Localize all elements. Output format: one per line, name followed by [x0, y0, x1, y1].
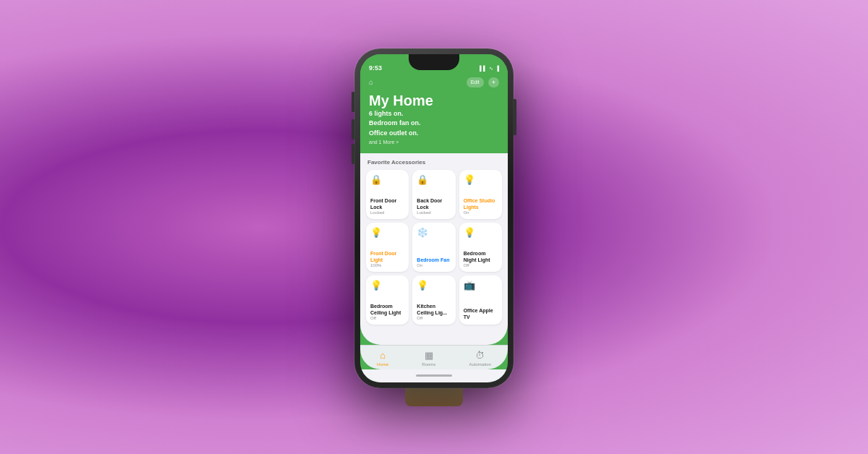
more-link[interactable]: and 1 More > — [369, 140, 499, 145]
status-line-1: 6 lights on. — [369, 109, 499, 119]
tile-name-back-door-lock: Back Door Lock — [417, 197, 451, 210]
tile-status-bedroom-ceiling-light: Off — [370, 316, 404, 320]
tile-status-front-door-lock: Locked — [370, 210, 404, 215]
tv-icon-office: 📺 — [464, 280, 498, 291]
tile-status-kitchen-ceiling-light: Off — [417, 316, 451, 320]
accessory-tile-front-door-lock[interactable]: 🔒 Front Door Lock Locked — [366, 170, 409, 219]
bulb-icon-office: 💡 — [464, 174, 498, 185]
home-indicator — [360, 369, 508, 382]
status-icons: ▌▌ ∿ ▐ — [480, 66, 499, 72]
notch — [409, 54, 459, 70]
accessory-tile-bedroom-ceiling-light[interactable]: 💡 Bedroom Ceiling Light Off — [366, 275, 409, 325]
header-buttons: Edit + — [467, 77, 499, 87]
home-indicator-bar — [416, 374, 452, 377]
accessory-tile-front-door-light[interactable]: 💡 Front Door Light 100% — [366, 223, 409, 272]
tile-name-bedroom-night-light: Bedroom Night Light — [464, 250, 498, 263]
accessory-tile-kitchen-ceiling-light[interactable]: 💡 Kitchen Ceiling Lig... Off — [412, 275, 455, 325]
tile-status-bedroom-fan: On — [417, 263, 451, 267]
signal-icon: ▌▌ — [480, 66, 487, 71]
home-tab-label: Home — [377, 362, 388, 367]
phone-screen: 9:53 ▌▌ ∿ ▐ ⌂ Edit + My Home — [360, 54, 508, 382]
bulb-icon-bedroom-night: 💡 — [464, 227, 498, 238]
bulb-icon-front-door: 💡 — [370, 227, 404, 238]
home-title: My Home — [369, 92, 499, 109]
tab-home[interactable]: ⌂ Home — [377, 350, 388, 367]
accessory-tile-bedroom-night-light[interactable]: 💡 Bedroom Night Light Off — [459, 223, 502, 272]
tile-name-bedroom-fan: Bedroom Fan — [417, 257, 451, 263]
header-nav: ⌂ Edit + — [369, 77, 499, 87]
accessories-grid: 🔒 Front Door Lock Locked 🔒 Back Door Loc… — [366, 170, 502, 325]
automation-tab-label: Automation — [469, 362, 491, 367]
tile-name-office-studio-lights: Office Studio Lights — [464, 197, 498, 210]
phone-outer: 9:53 ▌▌ ∿ ▐ ⌂ Edit + My Home — [354, 48, 514, 388]
add-button[interactable]: + — [488, 77, 499, 87]
tile-name-office-apple-tv: Office Apple TV — [464, 307, 498, 320]
header-area: ⌂ Edit + My Home 6 lights on. Bedroom fa… — [360, 74, 508, 154]
accessory-tile-office-studio-lights[interactable]: 💡 Office Studio Lights On — [459, 170, 502, 219]
wifi-icon: ∿ — [489, 66, 493, 72]
rooms-tab-label: Rooms — [422, 362, 435, 367]
accessory-tile-back-door-lock[interactable]: 🔒 Back Door Lock Locked — [412, 170, 455, 219]
tile-name-front-door-light: Front Door Light — [370, 250, 404, 263]
tile-status-office-studio-lights: On — [464, 210, 498, 215]
accessory-tile-bedroom-fan[interactable]: ❄️ Bedroom Fan On — [412, 223, 455, 272]
home-status: 6 lights on. Bedroom fan on. Office outl… — [369, 109, 499, 139]
status-line-2: Bedroom fan on. — [369, 119, 499, 129]
home-nav-icon[interactable]: ⌂ — [369, 78, 373, 86]
rooms-tab-icon: ▦ — [425, 350, 433, 361]
bulb-icon-bedroom-ceiling: 💡 — [370, 280, 404, 291]
edit-button[interactable]: Edit — [467, 77, 484, 87]
phone-stand: 9:53 ▌▌ ∿ ▐ ⌂ Edit + My Home — [354, 48, 514, 406]
accessory-tile-office-apple-tv[interactable]: 📺 Office Apple TV — [459, 275, 502, 325]
lock-icon-back: 🔒 — [417, 174, 451, 185]
tab-rooms[interactable]: ▦ Rooms — [422, 350, 435, 367]
tab-bar: ⌂ Home ▦ Rooms ⏱ Automation — [360, 345, 508, 369]
section-title: Favorite Accessories — [366, 159, 502, 166]
tile-status-back-door-lock: Locked — [417, 210, 451, 215]
status-line-3: Office outlet on. — [369, 129, 499, 139]
tile-name-front-door-lock: Front Door Lock — [370, 197, 404, 210]
tab-automation[interactable]: ⏱ Automation — [469, 350, 491, 367]
content-area: Favorite Accessories 🔒 Front Door Lock L… — [360, 153, 508, 345]
tile-name-bedroom-ceiling-light: Bedroom Ceiling Light — [370, 303, 404, 316]
tile-name-kitchen-ceiling-light: Kitchen Ceiling Lig... — [417, 303, 451, 316]
home-tab-icon: ⌂ — [380, 350, 386, 361]
fan-icon-bedroom: ❄️ — [417, 227, 451, 238]
lock-icon-front: 🔒 — [370, 174, 404, 185]
battery-icon: ▐ — [495, 66, 499, 71]
status-time: 9:53 — [369, 64, 382, 72]
bulb-icon-kitchen: 💡 — [417, 280, 451, 291]
automation-tab-icon: ⏱ — [475, 350, 485, 361]
tile-status-front-door-light: 100% — [370, 263, 404, 267]
tile-status-bedroom-night-light: Off — [464, 263, 498, 267]
